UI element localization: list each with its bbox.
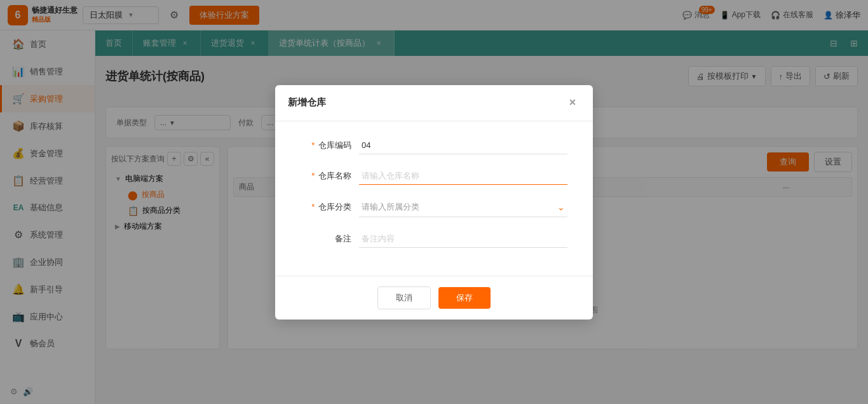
modal-overlay: 新增仓库 × * 仓库编码 * 仓库名称 [0,0,868,404]
form-row-note: 备注 [301,230,567,248]
form-row-name: * 仓库名称 [301,167,567,185]
form-row-category: * 仓库分类 请输入所属分类 ⌄ [301,198,567,217]
dialog-close-button[interactable]: × [565,95,580,111]
category-placeholder: 请输入所属分类 [362,201,419,213]
note-input[interactable] [359,230,567,248]
code-input[interactable] [359,137,567,154]
name-label: * 仓库名称 [301,170,351,182]
note-label: 备注 [301,233,351,245]
name-input[interactable] [359,167,567,185]
dialog-footer: 取消 保存 [275,276,593,320]
dialog-title: 新增仓库 [288,97,326,109]
dialog-body: * 仓库编码 * 仓库名称 * 仓库分类 请输入 [275,121,593,276]
code-label: * 仓库编码 [301,140,351,151]
save-button[interactable]: 保存 [438,287,491,309]
cancel-button[interactable]: 取消 [377,286,431,309]
form-row-code: * 仓库编码 [301,137,567,154]
add-warehouse-dialog: 新增仓库 × * 仓库编码 * 仓库名称 [275,85,593,320]
category-dropdown-arrow: ⌄ [557,202,565,212]
category-label: * 仓库分类 [301,201,351,213]
category-select[interactable]: 请输入所属分类 ⌄ [359,198,567,217]
dialog-header: 新增仓库 × [275,85,593,121]
